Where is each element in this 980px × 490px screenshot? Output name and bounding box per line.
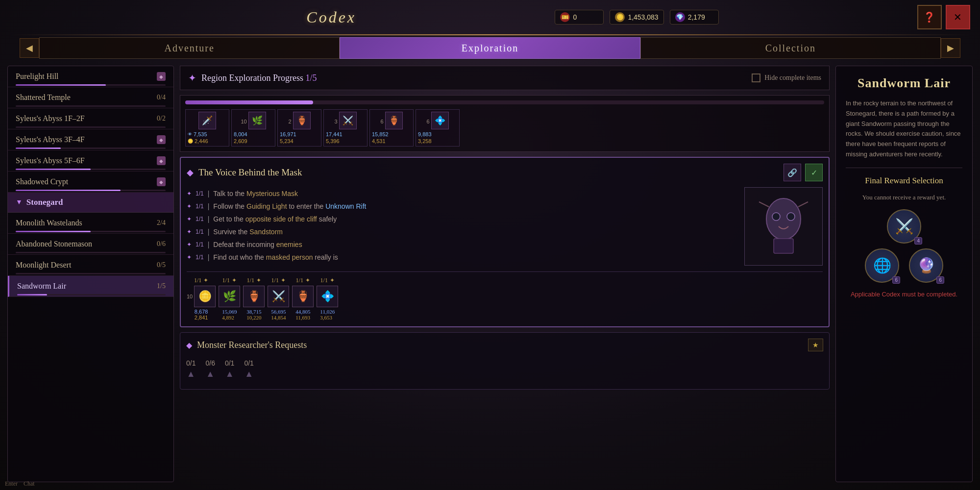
gold-icon: 🪙 (615, 12, 625, 22)
quest-icon: ◆ (187, 167, 194, 178)
help-button[interactable]: ❓ (917, 5, 942, 29)
track-reward-2[interactable]: 2 🏺 16,971 5,234 (277, 109, 321, 147)
quest-reward-icon-5: 💠 (317, 286, 338, 307)
tab-exploration[interactable]: Exploration (340, 37, 640, 59)
quest-card-researcher: ◆ Monster Researcher's Requests ★ 0/1 ▲ … (180, 332, 830, 390)
track-reward-5[interactable]: 6 💠 9,883 3,258 (416, 109, 460, 147)
sidebar-item-syleus1[interactable]: Syleus's Abyss 1F–2F 0/2 (8, 108, 173, 129)
stonegard-section[interactable]: ▼ Stonegard (8, 193, 173, 213)
progress-track: 🗡️ 👁 7,535 🪙 2,446 (180, 95, 830, 152)
quest-image (744, 187, 823, 266)
quest2-star-button[interactable]: ★ (808, 339, 823, 351)
quest-reward-icon-4: 🏺 (292, 286, 314, 307)
svg-rect-1 (774, 239, 793, 253)
svg-point-2 (772, 213, 780, 220)
sidebar-item-purelight[interactable]: Purelight Hill ◆ (8, 66, 173, 87)
currency-gems: 💎 2,179 (670, 10, 719, 24)
sidebar-item-sandworm[interactable]: Sandworm Lair 1/5 (8, 276, 173, 297)
section-arrow: ▼ (16, 198, 23, 206)
reward-circle-top[interactable]: ⚔️ 4 (887, 209, 921, 244)
region-progress-text: Region Exploration Progress 1/5 (201, 73, 317, 83)
track-reward-1[interactable]: 10 🌿 8,004 2,609 (231, 109, 275, 147)
tab-next-arrow[interactable]: ▶ (941, 38, 960, 58)
sidebar: Purelight Hill ◆ Shattered Temple 0/4 Sy… (7, 66, 174, 482)
quest-reward-icon-2: 🏺 (243, 286, 265, 307)
syleus3-badge: ◆ (157, 135, 166, 144)
region-icon: ✦ (188, 72, 196, 84)
purelight-badge: ◆ (157, 72, 166, 81)
quest-complete-button[interactable]: ✓ (805, 164, 823, 181)
header-buttons: ❓ ✕ (917, 5, 970, 29)
quest-card-voice: ◆ The Voice Behind the Mask 🔗 ✓ ✦ 1/1 | (180, 157, 830, 327)
svg-point-0 (766, 198, 801, 240)
codex-title: Codex (306, 8, 356, 26)
quest-reward-4[interactable]: 1/1✦ 🏺 44,805 11,693 (292, 277, 314, 320)
tab-adventure[interactable]: Adventure (39, 37, 340, 59)
reward-selection-sub: You cannot receive a reward yet. (862, 194, 946, 201)
tab-bar: ◀ Adventure Exploration Collection ▶ (0, 35, 980, 61)
reward-circle-right[interactable]: 🔮 6 (909, 248, 943, 283)
track-reward-icon-0: 🗡️ (198, 112, 216, 129)
header: Codex 🎫 0 🪙 1,453,083 💎 2,179 ❓ ✕ (0, 0, 980, 34)
currency-tickets: 🎫 0 (555, 10, 604, 24)
quest-reward-3[interactable]: 1/1✦ ⚔️ 56,695 14,854 (268, 277, 289, 320)
quest2-progress-0: 0/1 ▲ (186, 359, 196, 379)
task-1: ✦ 1/1 | Follow the Guiding Light to ente… (187, 200, 738, 213)
sidebar-item-shadowed[interactable]: Shadowed Crypt ◆ (8, 172, 173, 193)
sidebar-item-syleus3[interactable]: Syleus's Abyss 3F–4F ◆ (8, 129, 173, 150)
task-5: ✦ 1/1 | Find out who the masked person r… (187, 251, 738, 264)
quest2-progress-2: 0/1 ▲ (225, 359, 234, 379)
task-3: ✦ 1/1 | Survive the Sandstorm (187, 225, 738, 238)
quest-reward-icon-3: ⚔️ (268, 286, 289, 307)
hide-complete-toggle[interactable]: Hide complete items (752, 74, 821, 82)
track-reward-3[interactable]: 3 ⚔️ 17,441 5,396 (323, 109, 368, 147)
currency-gold: 🪙 1,453,083 (610, 10, 663, 24)
applicable-text: Applicable Codex must be completed. (851, 291, 957, 298)
sidebar-item-shattered[interactable]: Shattered Temple 0/4 (8, 87, 173, 108)
quest-reward-icon-1: 🌿 (219, 286, 240, 307)
sidebar-item-moonlight[interactable]: Moonlight Desert 0/5 (8, 255, 173, 276)
gems-icon: 💎 (675, 12, 685, 22)
quest-link-button[interactable]: 🔗 (784, 164, 801, 181)
track-reward-0[interactable]: 🗡️ 👁 7,535 🪙 2,446 (185, 109, 229, 147)
shadowed-badge: ◆ (157, 177, 166, 186)
footer-enter: Enter (5, 480, 18, 488)
tickets-value: 0 (573, 13, 577, 21)
tab-collection[interactable]: Collection (640, 37, 941, 59)
quest2-progress-3: 0/1 ▲ (244, 359, 253, 379)
task-2: ✦ 1/1 | Get to the opposite side of the … (187, 213, 738, 225)
content-area: Purelight Hill ◆ Shattered Temple 0/4 Sy… (0, 61, 980, 487)
reward-row-middle: 🌐 6 🔮 6 (865, 248, 943, 283)
gold-value: 1,453,083 (628, 13, 658, 21)
right-panel-title: Sandworm Lair (858, 76, 951, 91)
middle-content: ✦ Region Exploration Progress 1/5 Hide c… (180, 66, 830, 482)
sidebar-item-syleus5[interactable]: Syleus's Abyss 5F–6F ◆ (8, 150, 173, 172)
currency-bar: 🎫 0 🪙 1,453,083 💎 2,179 (555, 10, 718, 24)
quest-reward-0[interactable]: 1/1 ✦ 10 🪙 8,678 2,841 (187, 277, 216, 320)
quest-reward-1[interactable]: 1/1✦ 🌿 15,069 4,892 (219, 277, 240, 320)
track-reward-icon-3: ⚔️ (339, 112, 357, 129)
quest-reward-5[interactable]: 1/1✦ 💠 11,026 3,653 (317, 277, 338, 320)
panel-divider (846, 168, 962, 168)
gems-value: 2,179 (688, 13, 705, 21)
close-button[interactable]: ✕ (946, 5, 970, 29)
right-panel-description: In the rocky terrain to the northwest of… (846, 98, 962, 160)
track-reward-icon-2: 🏺 (293, 112, 311, 129)
track-reward-4[interactable]: 6 🏺 15,852 4,531 (369, 109, 414, 147)
reward-circle-left[interactable]: 🌐 6 (865, 248, 899, 283)
hide-complete-checkbox[interactable] (752, 74, 760, 82)
quest-rewards-row: 1/1 ✦ 10 🪙 8,678 2,841 (187, 271, 823, 320)
sidebar-item-abandoned[interactable]: Abandoned Stonemason 0/6 (8, 234, 173, 255)
quest-reward-2[interactable]: 1/1✦ 🏺 38,715 10,220 (243, 277, 265, 320)
svg-line-4 (759, 202, 769, 207)
footer: Enter Chat (5, 480, 35, 488)
syleus5-badge: ◆ (157, 156, 166, 165)
quest2-progress-row: 0/1 ▲ 0/6 ▲ 0/1 ▲ 0/1 ▲ (186, 355, 823, 383)
sidebar-item-monolith[interactable]: Monolith Wastelands 2/4 (8, 213, 173, 234)
svg-line-5 (798, 202, 808, 207)
tab-prev-arrow[interactable]: ◀ (20, 38, 39, 58)
track-reward-icon-5: 💠 (431, 112, 449, 129)
quest-mask-svg (754, 192, 813, 261)
reward-selection-title: Final Reward Selection (865, 176, 943, 186)
task-4: ✦ 1/1 | Defeat the incoming enemies (187, 238, 738, 251)
